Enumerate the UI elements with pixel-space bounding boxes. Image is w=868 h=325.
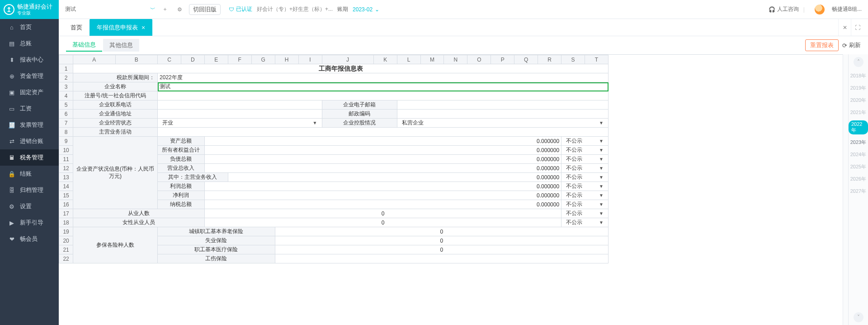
col-header[interactable]: B (115, 55, 157, 64)
human-support-link[interactable]: 🎧 人工咨询 (769, 5, 799, 13)
sidebar-item-13[interactable]: ❤畅会员 (0, 231, 59, 247)
cell[interactable] (158, 91, 609, 100)
sidebar-item-10[interactable]: 🗄归档管理 (0, 182, 59, 198)
settings-gear-icon[interactable]: ⚙ (175, 5, 184, 14)
year-item[interactable]: 2019年 (850, 84, 866, 92)
sidebar-item-11[interactable]: ⚙设置 (0, 198, 59, 215)
row-number[interactable]: 17 (59, 209, 73, 218)
col-header[interactable]: H (275, 55, 298, 64)
row-number[interactable]: 19 (59, 227, 73, 236)
select-cell[interactable]: 不公示▼ (561, 182, 609, 191)
select-cell[interactable]: 不公示▼ (561, 146, 609, 155)
cell[interactable]: 0.000000 (204, 182, 561, 191)
col-header[interactable]: Q (514, 55, 538, 64)
account-selector[interactable]: 测试 ﹀ (65, 5, 156, 13)
col-header[interactable]: E (204, 55, 228, 64)
select-cell[interactable]: 不公示▼ (561, 209, 609, 218)
col-header[interactable]: P (491, 55, 514, 64)
col-header[interactable]: G (251, 55, 275, 64)
row-number[interactable]: 7 (59, 119, 73, 128)
row-number[interactable]: 22 (59, 254, 73, 263)
cell[interactable]: 0.000000 (204, 191, 561, 200)
year-item[interactable]: 2021年 (850, 108, 866, 117)
select-cell[interactable]: 私营企业▼ (397, 119, 608, 128)
sidebar-item-12[interactable]: ▶新手引导 (0, 215, 59, 231)
cell[interactable]: 2022年度 (158, 73, 609, 82)
col-header[interactable]: C (158, 55, 181, 64)
select-cell[interactable]: 开业▼ (158, 119, 322, 128)
year-item[interactable]: 2026年 (850, 175, 866, 183)
close-icon[interactable]: × (142, 24, 145, 31)
corner-cell[interactable] (59, 55, 73, 64)
select-cell[interactable]: 不公示▼ (561, 155, 609, 164)
year-item[interactable]: 2024年 (850, 150, 866, 159)
select-cell[interactable]: 不公示▼ (561, 137, 609, 146)
sidebar-item-8[interactable]: 🖩税务管理 (0, 149, 59, 166)
cell[interactable] (158, 100, 322, 110)
row-number[interactable]: 21 (59, 245, 73, 254)
subtab-1[interactable]: 其他信息 (103, 39, 139, 52)
row-number[interactable]: 11 (59, 155, 73, 164)
col-header[interactable]: K (373, 55, 397, 64)
sidebar-item-5[interactable]: ▭工资 (0, 100, 59, 117)
col-header[interactable]: N (444, 55, 467, 64)
sidebar-item-7[interactable]: ⇄进销台账 (0, 133, 59, 149)
col-header[interactable]: O (467, 55, 491, 64)
avatar[interactable] (815, 5, 825, 14)
refresh-button[interactable]: ⟳ 刷新 (842, 39, 861, 51)
cell[interactable] (158, 128, 609, 137)
cell[interactable]: 0.000000 (204, 164, 561, 173)
close-tab-button[interactable]: ✕ (838, 19, 851, 36)
col-header[interactable]: A (73, 55, 115, 64)
sidebar-item-9[interactable]: 🔒结账 (0, 166, 59, 182)
cell[interactable]: 0.000000 (204, 146, 561, 155)
cell[interactable] (275, 254, 608, 263)
row-number[interactable]: 5 (59, 100, 73, 110)
vertical-scrollbar[interactable] (843, 54, 848, 325)
select-cell[interactable]: 不公示▼ (561, 173, 609, 182)
period-selector[interactable]: 2023-02 ⌄ (353, 6, 379, 13)
year-item[interactable]: 2027年 (850, 187, 866, 196)
sidebar-item-3[interactable]: ⊕资金管理 (0, 68, 59, 84)
page-tab-0[interactable]: 首页 (63, 19, 90, 36)
row-number[interactable]: 3 (59, 82, 73, 91)
cell[interactable]: 0.000000 (228, 173, 561, 182)
row-number[interactable]: 20 (59, 236, 73, 245)
row-number[interactable]: 10 (59, 146, 73, 155)
cell[interactable]: 0.000000 (204, 155, 561, 164)
col-header[interactable]: S (561, 55, 585, 64)
col-header[interactable]: F (228, 55, 251, 64)
sidebar-item-6[interactable]: 🧾发票管理 (0, 117, 59, 133)
row-number[interactable]: 8 (59, 128, 73, 137)
cell[interactable]: 0 (204, 209, 561, 218)
col-header[interactable]: R (538, 55, 561, 64)
col-header[interactable]: L (397, 55, 420, 64)
select-cell[interactable]: 不公示▼ (561, 218, 609, 227)
cell[interactable] (397, 100, 608, 110)
row-number[interactable]: 12 (59, 164, 73, 173)
row-number[interactable]: 2 (59, 73, 73, 82)
switch-old-version-button[interactable]: 切回旧版 (189, 4, 221, 15)
year-item[interactable]: 2018年 (850, 72, 866, 80)
row-number[interactable]: 14 (59, 182, 73, 191)
row-number[interactable]: 9 (59, 137, 73, 146)
expand-tab-button[interactable]: ⛶ (851, 19, 863, 36)
select-cell[interactable]: 不公示▼ (561, 200, 609, 209)
year-down-button[interactable]: ˅ (854, 312, 863, 322)
year-item[interactable]: 2025年 (850, 162, 866, 171)
cell[interactable] (397, 110, 608, 119)
row-number[interactable]: 16 (59, 200, 73, 209)
year-item[interactable]: 2022年 (849, 120, 868, 134)
cell[interactable]: 0 (275, 227, 608, 236)
col-header[interactable]: D (181, 55, 204, 64)
col-header[interactable]: T (585, 55, 609, 64)
row-number[interactable]: 1 (59, 64, 73, 73)
year-up-button[interactable]: ˄ (854, 57, 863, 67)
select-cell[interactable]: 不公示▼ (561, 164, 609, 173)
sidebar-item-1[interactable]: ▤总账 (0, 35, 59, 52)
username[interactable]: 畅捷通B组... (832, 5, 862, 13)
row-number[interactable]: 4 (59, 91, 73, 100)
cell[interactable]: 0 (275, 236, 608, 245)
add-account-button[interactable]: ＋ (160, 5, 170, 14)
sidebar-item-2[interactable]: ⬍报表中心 (0, 52, 59, 68)
